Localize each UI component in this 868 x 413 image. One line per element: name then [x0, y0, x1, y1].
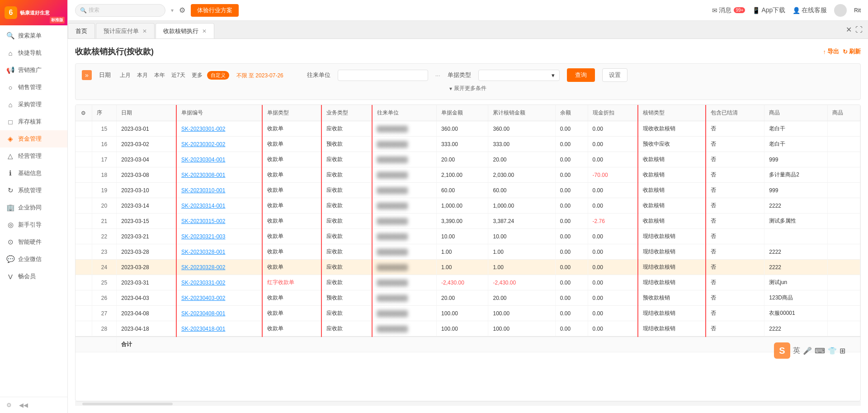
refresh-button[interactable]: ↻ 刷新 [843, 47, 861, 56]
row-doc-no-link[interactable]: SK-20230328-001 [181, 249, 225, 255]
filter-this-month-btn[interactable]: 本月 [135, 71, 150, 80]
sidebar-item-label: 智能硬件 [18, 238, 42, 246]
row-goods2 [828, 121, 860, 137]
filter-dots[interactable]: ··· [435, 72, 440, 79]
row-doc-no-link[interactable]: SK-20230310-001 [181, 187, 225, 194]
tab-close-icon[interactable]: ✕ [846, 25, 852, 34]
sidebar-item-marketing[interactable]: 📢 营销推广 [0, 62, 67, 79]
sidebar-item-operation[interactable]: △ 经营管理 [0, 147, 67, 165]
row-doc-no-link[interactable]: SK-20230328-002 [181, 264, 225, 271]
filter-this-year-btn[interactable]: 本年 [152, 71, 167, 80]
marketing-icon: 📢 [6, 66, 14, 74]
row-doc-no-link[interactable]: SK-20230314-001 [181, 203, 225, 209]
tab-fullscreen-icon[interactable]: ⛶ [855, 26, 863, 34]
tab-receipt[interactable]: 收款核销执行 ✕ [156, 23, 214, 38]
user-avatar[interactable] [834, 4, 847, 17]
row-partner: ████████ [372, 214, 437, 229]
row-doc-no-link[interactable]: SK-20230408-001 [181, 310, 225, 317]
row-doc-no-link[interactable]: SK-20230315-002 [181, 218, 225, 224]
horizontal-scrollbar-thumb[interactable] [82, 403, 173, 405]
row-doc-no-link[interactable]: SK-20230304-001 [181, 157, 225, 163]
table-scrollbar[interactable] [75, 401, 861, 406]
online-service-button[interactable]: 👤 在线客服 [793, 6, 827, 14]
row-include-settled: 否 [706, 229, 764, 244]
sidebar-item-member[interactable]: V 畅会员 [0, 268, 67, 285]
expand-icon: ▾ [449, 85, 452, 92]
sidebar-item-corp[interactable]: 🏢 企业协同 [0, 199, 67, 216]
sidebar-item-guide[interactable]: ◎ 新手引导 [0, 216, 67, 233]
partner-input[interactable] [338, 70, 428, 81]
row-balance: 0.00 [555, 121, 588, 137]
row-date: 2023-03-01 [117, 121, 176, 137]
app-download-button[interactable]: 📱 App下载 [752, 6, 785, 14]
th-balance: 余额 [555, 105, 588, 121]
row-doc-no-link[interactable]: SK-20230302-002 [181, 141, 225, 147]
th-doc-no: 单据编号 [176, 105, 262, 121]
row-amount: -2,430.00 [437, 275, 488, 290]
row-doc-no-link[interactable]: SK-20230308-001 [181, 172, 225, 178]
query-button[interactable]: 查询 [567, 68, 595, 82]
sidebar-item-system[interactable]: ↻ 系统管理 [0, 182, 67, 199]
filter-custom-btn[interactable]: 自定义 [207, 71, 229, 80]
row-doc-no-link[interactable]: SK-20230321-003 [181, 233, 225, 240]
row-cumulative: 1.00 [488, 260, 555, 275]
row-gear [75, 260, 92, 275]
service-icon: 👤 [793, 7, 800, 14]
row-number: 15 [92, 121, 117, 137]
topbar-arrow-icon[interactable]: ▾ [171, 7, 174, 14]
sidebar-item-inventory[interactable]: □ 库存核算 [0, 113, 67, 130]
row-doc-no-link[interactable]: SK-20230403-002 [181, 295, 225, 301]
filter-7days-btn[interactable]: 近7天 [170, 71, 187, 80]
row-number: 24 [92, 260, 117, 275]
industry-solution-button[interactable]: 体验行业方案 [191, 4, 239, 17]
row-doc-no-link[interactable]: SK-20230418-001 [181, 326, 225, 332]
table-row: 242023-03-28SK-20230328-002收款单应收款███████… [75, 260, 860, 275]
messages-button[interactable]: ✉ 消息 99+ [712, 6, 745, 14]
sidebar-item-sales[interactable]: ○ 销售管理 [0, 79, 67, 96]
sidebar-item-label: 库存核算 [18, 118, 42, 126]
row-include-settled: 否 [706, 244, 764, 260]
tab-home[interactable]: 首页 [68, 23, 95, 38]
table-header-row: ⚙ 序 日期 单据编号 单据类型 业务类型 往来单位 单据金额 累计核销金额 余… [75, 105, 860, 121]
topbar-gear-icon[interactable]: ⚙ [179, 6, 185, 14]
row-cumulative: 1.00 [488, 244, 555, 260]
row-include-settled: 否 [706, 198, 764, 214]
doc-type-select[interactable]: ▾ [478, 70, 560, 81]
row-doc-no-link[interactable]: SK-20230301-002 [181, 126, 225, 132]
sidebar-item-hardware[interactable]: ⊙ 智能硬件 [0, 233, 67, 251]
filter-last-month-btn[interactable]: 上月 [118, 71, 132, 80]
row-date: 2023-03-14 [117, 198, 176, 214]
row-doc-no-link[interactable]: SK-20230331-002 [181, 280, 225, 286]
row-biz-type: 应收款 [321, 152, 372, 167]
filter-expand-arrow-icon[interactable]: » [82, 70, 92, 80]
tab-prepaid-close-icon[interactable]: ✕ [142, 28, 147, 34]
settings-button[interactable]: 设置 [602, 68, 627, 82]
row-goods: 123D商品 [764, 290, 828, 306]
collapse-icon[interactable]: ◀◀ [19, 402, 28, 408]
th-gear[interactable]: ⚙ [75, 105, 92, 121]
topbar-search-box[interactable]: 🔍 搜索 [75, 4, 165, 17]
sidebar-item-wechat[interactable]: 💬 企业微信 [0, 251, 67, 268]
sidebar-item-finance[interactable]: ◈ 资金管理 [0, 130, 67, 147]
th-include-settled: 包含已结清 [706, 105, 764, 121]
row-number: 17 [92, 152, 117, 167]
export-button[interactable]: ↑ 导出 [823, 47, 840, 56]
row-include-settled: 否 [706, 121, 764, 137]
filter-more-btn[interactable]: 更多 [190, 71, 204, 80]
table-row: 252023-03-31SK-20230331-002红字收款单应收款█████… [75, 275, 860, 290]
sidebar-item-purchase[interactable]: ⌂ 采购管理 [0, 96, 67, 113]
sidebar-item-quick-nav[interactable]: ⌂ 快捷导航 [0, 44, 67, 62]
th-cumulative: 累计核销金额 [488, 105, 555, 121]
sidebar-item-basic[interactable]: ℹ 基础信息 [0, 165, 67, 182]
footer-total-label: 合计 [117, 337, 860, 352]
settings-icon[interactable]: ⚙ [6, 402, 12, 408]
tab-prepaid[interactable]: 预计应应付单 ✕ [96, 23, 155, 38]
expand-more-conditions-btn[interactable]: ▾ 展开更多条件 [449, 85, 486, 92]
sidebar-item-label: 基础信息 [18, 169, 42, 177]
tab-receipt-close-icon[interactable]: ✕ [202, 28, 207, 34]
row-biz-type: 预收款 [321, 137, 372, 152]
inventory-icon: □ [6, 118, 14, 126]
sidebar-item-label: 采购管理 [18, 100, 42, 109]
watermark: S 英 🎤 ⌨ 👕 ⊞ [774, 342, 845, 359]
sidebar-item-search-menu[interactable]: 🔍 搜索菜单 [0, 27, 67, 44]
